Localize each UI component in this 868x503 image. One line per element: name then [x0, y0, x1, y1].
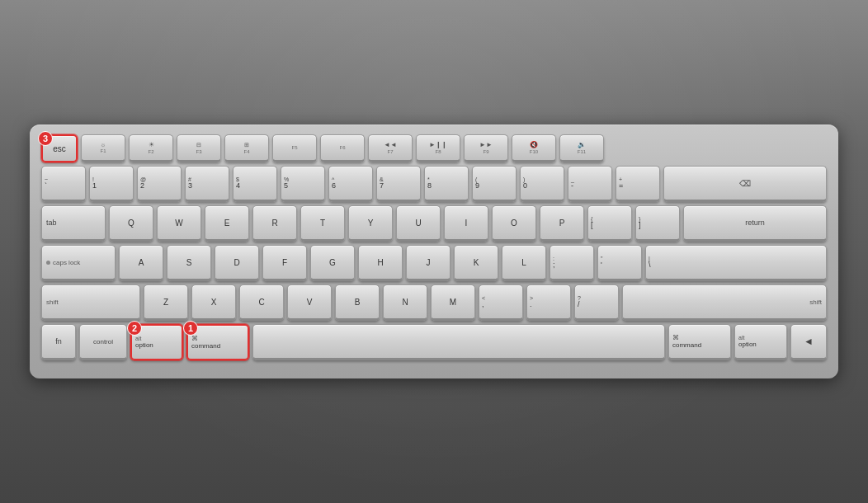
qwerty-key-row: tab Q W E R T Y U I O P { [ } ] return: [41, 205, 827, 242]
m-label: M: [450, 298, 456, 307]
l-key[interactable]: L: [502, 245, 546, 281]
slash-key[interactable]: ? /: [574, 284, 619, 321]
4-bottom: 4: [234, 182, 240, 191]
b-label: B: [355, 298, 361, 307]
f-label: F: [282, 258, 287, 267]
b-key[interactable]: B: [335, 284, 380, 321]
9-bottom: 9: [473, 182, 479, 191]
8-bottom: 8: [425, 182, 432, 191]
r-label: R: [271, 219, 277, 228]
5-bottom: 5: [281, 182, 288, 191]
h-key[interactable]: H: [358, 245, 403, 281]
s-key[interactable]: S: [167, 245, 211, 281]
f3-key[interactable]: ⊟ F3: [177, 134, 221, 162]
o-label: O: [511, 219, 517, 228]
bracket-close-key[interactable]: } ]: [635, 205, 680, 242]
caps-lock-key[interactable]: caps lock: [41, 245, 116, 281]
comma-key[interactable]: < ,: [479, 284, 523, 321]
p-key[interactable]: P: [540, 205, 584, 242]
backtick-bottom: `: [42, 182, 47, 191]
minus-key[interactable]: _ -: [568, 166, 612, 202]
2-key[interactable]: @ 2: [137, 166, 182, 202]
f6-key[interactable]: F6: [320, 134, 365, 162]
k-key[interactable]: K: [454, 245, 498, 281]
g-label: G: [329, 258, 336, 267]
0-key[interactable]: ) 0: [520, 166, 564, 202]
x-key[interactable]: X: [191, 284, 236, 321]
f2-key[interactable]: ☀ F2: [129, 134, 173, 162]
right-shift-key[interactable]: shift: [622, 284, 827, 321]
space-key[interactable]: [252, 324, 665, 360]
arrow-left-key[interactable]: ◄: [790, 324, 827, 360]
asdf-key-row: caps lock A S D F G H J K L : ; " ' | \: [41, 245, 827, 281]
f4-key[interactable]: ⊞ F4: [224, 134, 269, 162]
w-label: W: [175, 219, 182, 228]
fn-key[interactable]: fn: [41, 324, 76, 360]
2-bottom: 2: [138, 182, 144, 191]
a-key[interactable]: A: [119, 245, 163, 281]
f1-key[interactable]: ☼ F1: [81, 134, 125, 162]
6-key[interactable]: ^ 6: [328, 166, 373, 202]
minus-bottom: -: [568, 182, 573, 191]
0-bottom: 0: [521, 182, 527, 191]
bracket-open-key[interactable]: { [: [587, 205, 632, 242]
z-key[interactable]: Z: [144, 284, 188, 321]
d-label: D: [234, 258, 239, 267]
left-option-key[interactable]: 2 alt option: [130, 324, 183, 360]
3-key[interactable]: # 3: [185, 166, 229, 202]
4-key[interactable]: $ 4: [233, 166, 277, 202]
u-key[interactable]: U: [396, 205, 441, 242]
f9-key[interactable]: ►► F9: [464, 134, 508, 162]
left-shift-key[interactable]: shift: [41, 284, 140, 321]
esc-key[interactable]: 3 esc: [41, 134, 78, 162]
f8-key[interactable]: ►❙❙ F8: [416, 134, 460, 162]
5-key[interactable]: % 5: [281, 166, 325, 202]
zxcv-key-row: shift Z X C V B N M < , > . ? / shift: [41, 284, 827, 321]
r-key[interactable]: R: [252, 205, 297, 242]
f-key[interactable]: F: [262, 245, 307, 281]
s-label: S: [186, 258, 192, 267]
e-key[interactable]: E: [205, 205, 249, 242]
right-command-key[interactable]: ⌘ command: [668, 324, 731, 360]
fn-key-row: 3 esc ☼ F1 ☀ F2 ⊟ F3: [41, 134, 827, 162]
semicolon-key[interactable]: : ;: [550, 245, 594, 281]
right-option-key[interactable]: alt option: [734, 324, 787, 360]
v-key[interactable]: V: [287, 284, 332, 321]
q-key[interactable]: Q: [109, 205, 153, 242]
y-key[interactable]: Y: [348, 205, 393, 242]
left-command-key[interactable]: 1 ⌘ command: [186, 324, 249, 360]
badge-2: 2: [127, 321, 142, 336]
backtick-key[interactable]: ~ `: [41, 166, 86, 202]
bottom-key-row: fn control 2 alt option 1 ⌘ command ⌘ co…: [41, 324, 827, 360]
9-key[interactable]: ( 9: [472, 166, 517, 202]
o-key[interactable]: O: [492, 205, 536, 242]
m-key[interactable]: M: [431, 284, 475, 321]
f5-key[interactable]: F5: [272, 134, 317, 162]
f10-key[interactable]: 🔇 F10: [512, 134, 556, 162]
quote-key[interactable]: " ': [597, 245, 642, 281]
return-key[interactable]: return: [683, 205, 827, 242]
backspace-key[interactable]: ⌫: [663, 166, 827, 202]
g-key[interactable]: G: [310, 245, 355, 281]
backslash-key[interactable]: | \: [645, 245, 827, 281]
i-key[interactable]: I: [444, 205, 488, 242]
f7-key[interactable]: ◄◄ F7: [368, 134, 413, 162]
control-key[interactable]: control: [79, 324, 127, 360]
7-key[interactable]: & 7: [376, 166, 421, 202]
period-key[interactable]: > .: [526, 284, 571, 321]
1-key[interactable]: ! 1: [89, 166, 134, 202]
w-key[interactable]: W: [157, 205, 201, 242]
j-key[interactable]: J: [406, 245, 451, 281]
p-label: P: [559, 219, 565, 228]
8-key[interactable]: * 8: [424, 166, 469, 202]
t-key[interactable]: T: [300, 205, 345, 242]
t-label: T: [320, 219, 325, 228]
equals-key[interactable]: + =: [616, 166, 660, 202]
tab-key[interactable]: tab: [41, 205, 106, 242]
n-key[interactable]: N: [383, 284, 427, 321]
c-key[interactable]: C: [239, 284, 284, 321]
f11-key[interactable]: 🔉 F11: [559, 134, 604, 162]
keyboard-image: 3 esc ☼ F1 ☀ F2 ⊟ F3: [0, 0, 868, 503]
d-key[interactable]: D: [215, 245, 259, 281]
equals-bottom: =: [616, 182, 623, 191]
